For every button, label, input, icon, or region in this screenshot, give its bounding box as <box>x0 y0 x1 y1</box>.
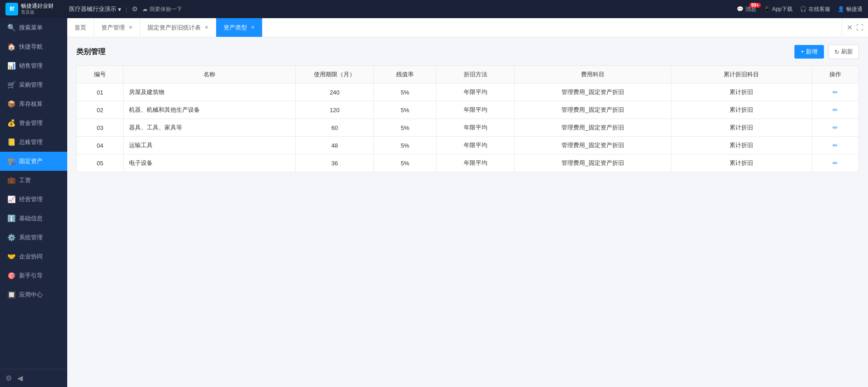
cell-name[interactable]: 机器、机械和其他生产设备 <box>124 101 296 119</box>
sidebar-item-guide[interactable]: 🎯 新手引导 <box>0 266 67 285</box>
close-tab-action[interactable]: ✕ <box>847 23 853 32</box>
avatar-icon: 👤 <box>838 6 844 12</box>
sidebar-item-quicknav[interactable]: 🏠 快捷导航 <box>0 37 67 56</box>
sidebar-item-general[interactable]: 📒 总账管理 <box>0 133 67 152</box>
table-row: 05 电子设备 36 5% 年限平均 管理费用_固定资产折旧 累计折旧 ✏ <box>77 154 859 172</box>
user-button[interactable]: 👤 畅捷通 <box>838 5 863 13</box>
edit-icon[interactable]: ✏ <box>833 142 838 149</box>
table-row: 02 机器、机械和其他生产设备 120 5% 年限平均 管理费用_固定资产折旧 … <box>77 101 859 119</box>
sidebar-item-label: 基础信息 <box>19 214 43 223</box>
page-content: 类别管理 + 新增 ↻ 刷新 编号 名称 使用期限（月） 残值率 <box>67 37 868 387</box>
sidebar-item-label: 固定资产 <box>19 157 43 165</box>
sidebar-toggle-button[interactable]: ◀ <box>17 374 23 382</box>
cell-residual: 5% <box>374 101 436 119</box>
online-service-label: 在线客服 <box>808 5 830 13</box>
refresh-label: 刷新 <box>841 48 853 56</box>
refresh-button[interactable]: ↻ 刷新 <box>828 45 859 59</box>
tab-depreciation[interactable]: 固定资产折旧统计表 ✕ <box>140 18 216 37</box>
sidebar-item-capital[interactable]: 💰 资金管理 <box>0 114 67 133</box>
refresh-icon: ↻ <box>834 49 839 55</box>
company-selector[interactable]: 医疗器械行业演示 ▾ <box>69 5 121 13</box>
settings-icon[interactable]: ⚙ <box>132 5 138 13</box>
cell-method: 年限平均 <box>436 101 515 119</box>
search-icon: 🔍 <box>7 24 15 32</box>
topbar-center: 医疗器械行业演示 ▾ | ⚙ ☁ 我要体验一下 <box>64 5 737 13</box>
cell-action[interactable]: ✏ <box>812 154 858 172</box>
headset-icon: 🎧 <box>800 6 807 12</box>
capital-icon: 💰 <box>7 119 15 127</box>
sidebar-item-label: 经营管理 <box>19 195 43 203</box>
cell-action[interactable]: ✏ <box>812 84 858 101</box>
sales-icon: 📊 <box>7 62 15 70</box>
tab-depreciation-close[interactable]: ✕ <box>204 25 208 30</box>
tab-assettype[interactable]: 资产类型 ✕ <box>216 18 263 37</box>
cell-residual: 5% <box>374 119 436 137</box>
sidebar: 🔍 搜索菜单 🏠 快捷导航 📊 销售管理 🛒 采购管理 📦 库存核算 💰 资金管… <box>0 18 67 387</box>
topbar: 财 畅捷通好业财 普及版 医疗器械行业演示 ▾ | ⚙ ☁ 我要体验一下 💬 消… <box>0 0 868 18</box>
new-button[interactable]: + 新增 <box>794 45 824 59</box>
cell-period: 36 <box>296 154 374 172</box>
edit-icon[interactable]: ✏ <box>833 89 838 96</box>
cell-period: 240 <box>296 84 374 101</box>
table-body: 01 房屋及建筑物 240 5% 年限平均 管理费用_固定资产折旧 累计折旧 ✏… <box>77 84 859 172</box>
sidebar-item-salary[interactable]: 💼 工资 <box>0 171 67 190</box>
sidebar-item-appcenter[interactable]: 🔲 应用中心 <box>0 285 67 304</box>
tab-home[interactable]: 首页 <box>67 18 94 37</box>
page-title: 类别管理 <box>76 47 105 57</box>
sidebar-item-purchase[interactable]: 🛒 采购管理 <box>0 75 67 94</box>
sidebar-item-label: 系统管理 <box>19 233 43 242</box>
sidebar-item-enterprise[interactable]: 🤝 企业协同 <box>0 247 67 266</box>
app-download-button[interactable]: 📱 App下载 <box>764 5 793 13</box>
cell-expense: 管理费用_固定资产折旧 <box>515 154 671 172</box>
edit-icon[interactable]: ✏ <box>833 106 838 114</box>
logo-version: 普及版 <box>21 9 54 15</box>
sidebar-item-basicinfo[interactable]: ℹ️ 基础信息 <box>0 209 67 228</box>
th-method: 折旧方法 <box>436 66 515 84</box>
cell-action[interactable]: ✏ <box>812 119 858 137</box>
cell-action[interactable]: ✏ <box>812 137 858 154</box>
edit-icon[interactable]: ✏ <box>833 124 838 131</box>
home-icon: 🏠 <box>7 43 15 51</box>
tab-assettype-close[interactable]: ✕ <box>251 25 255 30</box>
edit-icon[interactable]: ✏ <box>833 159 838 167</box>
tab-assets[interactable]: 资产管理 ✕ <box>94 18 140 37</box>
sidebar-item-system[interactable]: ⚙️ 系统管理 <box>0 228 67 247</box>
sidebar-item-sales[interactable]: 📊 销售管理 <box>0 56 67 75</box>
cell-name[interactable]: 运输工具 <box>124 137 296 154</box>
appcenter-icon: 🔲 <box>7 291 15 299</box>
sidebar-item-label: 资金管理 <box>19 119 43 127</box>
cell-code: 03 <box>77 119 124 137</box>
th-period: 使用期限（月） <box>296 66 374 84</box>
chevron-down-icon: ▾ <box>118 6 121 13</box>
message-button[interactable]: 💬 消息 99+ <box>737 5 756 13</box>
sidebar-item-search[interactable]: 🔍 搜索菜单 <box>0 18 67 37</box>
tab-assets-close[interactable]: ✕ <box>129 25 133 30</box>
message-icon: 💬 <box>737 6 744 12</box>
th-name: 名称 <box>124 66 296 84</box>
cell-accum: 累计折旧 <box>671 154 812 172</box>
cell-accum: 累计折旧 <box>671 119 812 137</box>
experience-label: 我要体验一下 <box>149 5 182 13</box>
th-action: 操作 <box>812 66 858 84</box>
sidebar-item-fixedassets[interactable]: 🏗️ 固定资产 <box>0 152 67 171</box>
general-icon: 📒 <box>7 138 15 146</box>
cell-expense: 管理费用_固定资产折旧 <box>515 101 671 119</box>
experience-button[interactable]: ☁ 我要体验一下 <box>142 5 182 13</box>
sidebar-item-label: 新手引导 <box>19 272 43 280</box>
cell-method: 年限平均 <box>436 84 515 101</box>
expand-tab-action[interactable]: ⛶ <box>856 24 863 32</box>
sidebar-settings-button[interactable]: ⚙ <box>5 374 12 382</box>
sidebar-item-inventory[interactable]: 📦 库存核算 <box>0 94 67 114</box>
th-residual: 残值率 <box>374 66 436 84</box>
system-icon: ⚙️ <box>7 233 15 242</box>
cell-name[interactable]: 房屋及建筑物 <box>124 84 296 101</box>
online-service-button[interactable]: 🎧 在线客服 <box>800 5 830 13</box>
cell-action[interactable]: ✏ <box>812 101 858 119</box>
cell-name[interactable]: 电子设备 <box>124 154 296 172</box>
tab-assets-label: 资产管理 <box>101 24 125 32</box>
cell-expense: 管理费用_固定资产折旧 <box>515 119 671 137</box>
tab-depreciation-label: 固定资产折旧统计表 <box>148 24 201 32</box>
tab-home-label: 首页 <box>74 24 86 32</box>
cell-name[interactable]: 器具、工具、家具等 <box>124 119 296 137</box>
sidebar-item-operations[interactable]: 📈 经营管理 <box>0 190 67 209</box>
